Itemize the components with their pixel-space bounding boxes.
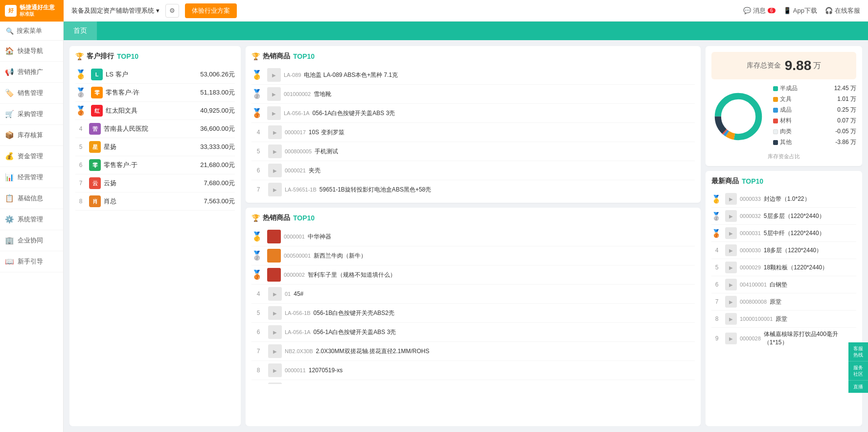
hot-products-right-top10: TOP10: [293, 52, 315, 60]
avatar-5: 星: [89, 141, 101, 153]
avatar-4: 苦: [89, 123, 101, 135]
enterprise-icon: 🏢: [5, 236, 14, 245]
sidebar-item-guide[interactable]: 📖 新手引导: [0, 251, 63, 272]
product-thumb-m7: ▶: [268, 344, 282, 358]
logo-area: 好 畅捷通好生意 标准版: [0, 0, 64, 22]
product-name-r7: 59651-1B旋转投影灯电池盒ABS黑色+58壳: [320, 186, 695, 194]
newest-row-1: 🥇 ▶ 0000033 封边带（1.0*22）: [711, 191, 856, 208]
customer-name-2: 零售客户·许: [106, 88, 200, 97]
app-label: App下载: [793, 6, 817, 15]
system-selector[interactable]: 装备及固定资产辅助管理系统 ▾: [71, 6, 161, 15]
newest-products-card: 最新商品 TOP10 🥇 ▶ 0000033 封边带（1.0*22） 🥈 ▶: [706, 171, 862, 426]
sidebar-item-operation[interactable]: 📊 经营管理: [0, 167, 63, 188]
ranking-row-1: 🥇 L LS 客户 53,006.26元: [75, 66, 235, 84]
sidebar-label: 库存核算: [18, 131, 43, 140]
inventory-header: 库存总资金 9.88 万: [711, 52, 856, 79]
chevron-down-icon: ▾: [156, 7, 160, 14]
medal-1-icon: 🥇: [75, 69, 86, 80]
legend-dot-0: [773, 86, 778, 91]
sidebar-item-sales[interactable]: 🏷️ 销售管理: [0, 83, 63, 104]
inventory-total-unit: 万: [813, 61, 821, 71]
legend-row-1: 文具 1.01 万: [773, 95, 856, 103]
rank-mnum-4: 4: [251, 290, 265, 297]
float-btn-community[interactable]: 服务社区: [848, 361, 868, 381]
tab-home[interactable]: 首页: [64, 22, 97, 40]
hot-product-main-4: 4 ▶ 01 45#: [251, 285, 695, 304]
right-column: 库存总资金 9.88 万: [706, 46, 862, 426]
sidebar-item-enterprise[interactable]: 🏢 企业协同: [0, 230, 63, 251]
guide-icon: 📖: [5, 257, 14, 266]
legend-label-1: 文具: [780, 95, 792, 103]
newest-row-9: 9 ▶ 0000028 体械嘉核味苏打饮品400毫升（1*15）: [711, 328, 856, 347]
newest-code-9: 0000028: [740, 336, 761, 341]
search-menu[interactable]: 🔍 搜索菜单: [0, 22, 63, 41]
ranking-row-6: 6 零 零售客户·于 21,680.00元: [75, 156, 235, 174]
product-thumb-m9: ▶: [268, 383, 282, 384]
medal-r2-icon: 🥈: [251, 89, 262, 99]
ranking-row-4: 4 苦 苦南县人民医院 36,600.00元: [75, 120, 235, 138]
left-column: 🏆 客户排行 TOP10 🥇 L LS 客户 53,006.26元: [69, 46, 241, 426]
search-icon: 🔍: [6, 27, 14, 35]
sidebar-item-system[interactable]: ⚙️ 系统管理: [0, 209, 63, 230]
page-content: 🏆 客户排行 TOP10 🥇 L LS 客户 53,006.26元: [64, 40, 868, 432]
newest-code-8: 10000100001: [740, 316, 773, 322]
rank-mnum-7: 7: [251, 348, 265, 355]
product-name-m2: 新西兰牛肉（新牛）: [314, 252, 695, 260]
legend-label-5: 其他: [780, 138, 792, 146]
customer-ranking-top10: TOP10: [117, 52, 138, 60]
app-download-button[interactable]: 📱 App下载: [783, 6, 817, 15]
product-code-r4: 0000017: [285, 129, 306, 135]
product-code-m5: LA-056-1B: [285, 310, 311, 316]
sidebar-item-quick-nav[interactable]: 🏠 快捷导航: [0, 41, 63, 62]
middle-column: 🏆 热销商品 TOP10 🥇 ▶ LA-089 电池盖 LA-089 ABS本色…: [246, 46, 701, 426]
product-code-m1: 0000001: [284, 234, 305, 240]
hot-product-main-6: 6 ▶ LA-056-1A 056-1A白色按键开关盖ABS 3壳: [251, 323, 695, 342]
system-icon: ⚙️: [5, 215, 14, 224]
sidebar-item-basic[interactable]: 📋 基础信息: [0, 188, 63, 209]
customer-amount-7: 7,680.00元: [204, 179, 235, 188]
settings-button[interactable]: ⚙: [165, 4, 179, 18]
product-code-m4: 01: [285, 291, 291, 297]
medal-3-icon: 🥉: [75, 105, 86, 116]
legend-dot-1: [773, 97, 778, 102]
logo-main: 畅捷通好生意: [20, 4, 55, 11]
customer-amount-4: 36,600.00元: [200, 124, 235, 133]
sidebar-item-finance[interactable]: 💰 资金管理: [0, 146, 63, 167]
avatar-6: 零: [89, 159, 101, 171]
sidebar-label: 新手引导: [18, 257, 43, 266]
message-button[interactable]: 💬 消息 6: [743, 6, 776, 15]
home-icon: 🏠: [5, 47, 14, 55]
avatar-2: 零: [91, 87, 103, 98]
hot-product-main-7: 7 ▶ NB2.0X30B 2.0X30MM双搓花轴.搓花直径2.1MM/ROH…: [251, 342, 695, 361]
hot-products-right-card: 🏆 热销商品 TOP10 🥇 ▶ LA-089 电池盖 LA-089 ABS本色…: [246, 46, 701, 203]
tab-home-label: 首页: [73, 26, 87, 35]
sidebar-item-marketing[interactable]: 📢 营销推广: [0, 62, 63, 83]
product-thumb-r7: ▶: [268, 183, 282, 196]
newest-code-7: 000800008: [740, 299, 767, 305]
basic-icon: 📋: [5, 194, 14, 203]
legend-row-5: 其他 -3.86 万: [773, 138, 856, 146]
finance-icon: 💰: [5, 152, 14, 161]
sidebar-item-inventory[interactable]: 📦 库存核算: [0, 125, 63, 146]
product-code-m7: NB2.0X30B: [285, 348, 313, 354]
float-btn-service[interactable]: 客服热线: [848, 342, 868, 361]
product-name-m5: 056-1B白色按键开关壳ABS2壳: [314, 309, 695, 317]
inventory-icon: 📦: [5, 131, 14, 140]
product-name-r6: 夹壳: [309, 167, 695, 175]
product-thumb-r1: ▶: [267, 68, 281, 82]
newest-icon-2: ▶: [725, 210, 737, 222]
newest-icon-8: ▶: [725, 313, 737, 325]
rank-num-7: 7: [75, 180, 86, 187]
hot-product-right-3: 🥉 ▶ LA-056-1A 056-1A白色按键开关盖ABS 3壳: [251, 104, 695, 123]
legend-value-5: -3.86 万: [835, 138, 856, 146]
newest-name-2: 5层多层（1220*2440）: [764, 212, 856, 220]
sidebar-item-purchase[interactable]: 🛒 采购管理: [0, 104, 63, 125]
medal-r3-icon: 🥉: [251, 108, 262, 119]
newest-name-6: 白钢垫: [770, 281, 856, 289]
inventory-total-value: 9.88: [785, 58, 812, 73]
product-name-r1: 电池盖 LA-089 ABS本色+黑种 7.1克: [304, 71, 695, 79]
trial-button[interactable]: 体验行业方案: [185, 3, 237, 18]
online-service-button[interactable]: 🎧 在线客服: [825, 6, 860, 15]
float-btn-live[interactable]: 直播: [848, 381, 868, 393]
product-thumb-r6: ▶: [268, 164, 282, 177]
